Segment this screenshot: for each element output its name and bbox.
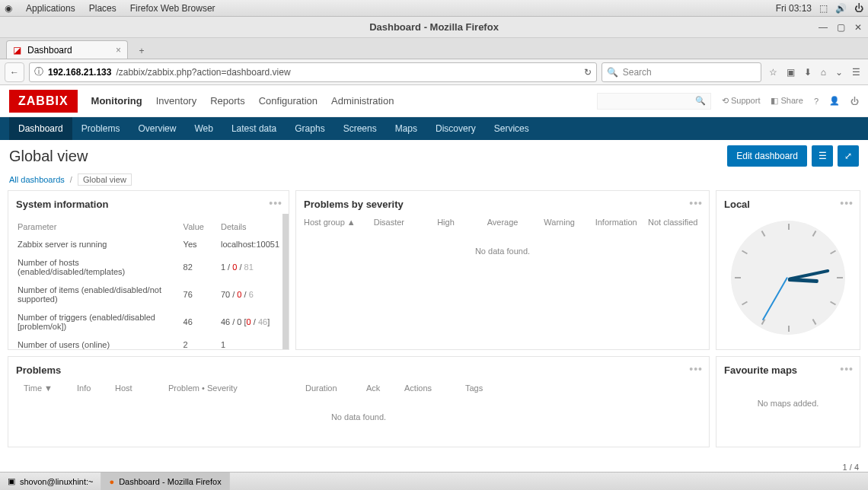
column-header[interactable]: Tags [458, 383, 503, 393]
bookmark-icon[interactable]: ☆ [769, 67, 777, 78]
edit-dashboard-button[interactable]: Edit dashboard [727, 145, 807, 167]
volume-icon[interactable]: 🔊 [835, 3, 847, 14]
gnome-applications[interactable]: Applications [26, 3, 75, 14]
cell-value: 76 [176, 282, 212, 307]
cell-parameter: Number of items (enabled/disabled/not su… [10, 282, 174, 307]
firefox-titlebar: Dashboard - Mozilla Firefox — ▢ ✕ [0, 17, 868, 38]
widget-problems: ••• Problems Time ▼InfoHostProblem • Sev… [8, 356, 710, 447]
list-icon[interactable]: ☰ [812, 145, 833, 167]
close-button[interactable]: ✕ [854, 22, 862, 33]
no-maps-message: No maps added. [716, 383, 860, 423]
crumb-current: Global view [78, 173, 132, 186]
widget-title: System information [8, 191, 289, 218]
widget-title: Favourite maps [716, 357, 860, 383]
crumb-all-dashboards[interactable]: All dashboards [9, 175, 65, 184]
table-row: Zabbix server is running Yes localhost:1… [10, 236, 287, 253]
taskbar-terminal[interactable]: ▣ shovon@linuxhint:~ [0, 473, 101, 490]
network-icon[interactable]: ⬚ [819, 3, 828, 14]
mainnav-reports[interactable]: Reports [210, 95, 245, 107]
column-header[interactable]: Host [107, 383, 161, 393]
browser-search[interactable]: 🔍 Search [602, 62, 761, 82]
cell-details: 1 [213, 336, 287, 353]
clock-tick [830, 250, 836, 255]
page-counter: 1 / 4 [843, 463, 859, 472]
info-icon[interactable]: ⓘ [34, 65, 43, 78]
window-title: Dashboard - Mozilla Firefox [369, 21, 499, 33]
widget-menu-icon[interactable]: ••• [689, 197, 703, 209]
gnome-taskbar: ▣ shovon@linuxhint:~ ● Dashboard - Mozil… [0, 472, 868, 490]
table-row: Number of items (enabled/disabled/not su… [10, 282, 287, 307]
reload-icon[interactable]: ↻ [584, 67, 592, 78]
pocket-icon[interactable]: ⌄ [835, 67, 843, 78]
subnav-graphs[interactable]: Graphs [286, 117, 333, 140]
column-header[interactable]: Host group ▲ [304, 218, 361, 227]
gnome-app-name[interactable]: Firefox Web Browser [130, 3, 215, 14]
widget-menu-icon[interactable]: ••• [269, 197, 282, 209]
url-bar[interactable]: ⓘ 192.168.21.133/zabbix/zabbix.php?actio… [29, 62, 597, 82]
minimize-button[interactable]: — [819, 22, 828, 33]
subnav-dashboard[interactable]: Dashboard [9, 117, 72, 140]
subnav-web[interactable]: Web [185, 117, 222, 140]
column-header[interactable]: Average [474, 218, 531, 227]
zabbix-logo[interactable]: ZABBIX [9, 90, 78, 113]
subnav-screens[interactable]: Screens [334, 117, 386, 140]
subnav-latest-data[interactable]: Latest data [222, 117, 286, 140]
subnav-problems[interactable]: Problems [72, 117, 129, 140]
column-header[interactable]: Disaster [361, 218, 418, 227]
column-header[interactable]: Duration [298, 383, 359, 393]
tab-close-icon[interactable]: × [116, 45, 121, 56]
help-icon[interactable]: ? [814, 97, 819, 106]
widget-menu-icon[interactable]: ••• [689, 363, 703, 375]
user-icon[interactable]: 👤 [829, 96, 840, 106]
column-header[interactable]: Not classified [644, 218, 701, 227]
taskbar-firefox[interactable]: ● Dashboard - Mozilla Firefox [101, 473, 229, 490]
download-icon[interactable]: ⬇ [804, 67, 812, 78]
cell-details: 70 / 0 / 6 [213, 282, 287, 307]
column-header[interactable]: Ack [359, 383, 397, 393]
mainnav-inventory[interactable]: Inventory [156, 95, 196, 107]
column-header[interactable]: Warning [531, 218, 588, 227]
analog-clock [731, 221, 845, 335]
library-icon[interactable]: ▣ [787, 67, 795, 78]
mainnav-configuration[interactable]: Configuration [259, 95, 318, 107]
subnav-discovery[interactable]: Discovery [426, 117, 485, 140]
gnome-places[interactable]: Places [89, 3, 116, 14]
share-link[interactable]: ◧ Share [771, 96, 803, 106]
cell-parameter: Number of users (online) [10, 336, 174, 353]
clock-tick [788, 326, 790, 332]
widget-menu-icon[interactable]: ••• [840, 363, 854, 375]
power-icon[interactable]: ⏻ [854, 3, 863, 14]
clock-tick [837, 277, 843, 278]
widget-menu-icon[interactable]: ••• [840, 197, 854, 209]
column-header[interactable]: Time ▼ [16, 383, 69, 393]
column-header[interactable]: Actions [397, 383, 458, 393]
fullscreen-icon[interactable]: ⤢ [838, 145, 859, 167]
mainnav-monitoring[interactable]: Monitoring [91, 95, 142, 107]
subnav-maps[interactable]: Maps [386, 117, 426, 140]
back-button[interactable]: ← [5, 62, 24, 82]
cell-parameter: Zabbix server is running [10, 236, 174, 253]
subnav-overview[interactable]: Overview [129, 117, 185, 140]
zabbix-search[interactable]: 🔍 [597, 93, 711, 110]
clock-tick [830, 301, 836, 306]
column-header[interactable]: Info [69, 383, 107, 393]
column-header[interactable]: Problem • Severity [161, 383, 298, 393]
new-tab-button[interactable]: + [132, 43, 151, 59]
cell-details: localhost:10051 [213, 236, 287, 253]
nav-bar: ← ⓘ 192.168.21.133/zabbix/zabbix.php?act… [0, 59, 868, 85]
column-header[interactable]: High [417, 218, 474, 227]
col-parameter: Parameter [10, 219, 174, 234]
cell-parameter: Number of triggers (enabled/disabled [pr… [10, 309, 174, 335]
subnav-services[interactable]: Services [485, 117, 538, 140]
mainnav-administration[interactable]: Administration [331, 95, 394, 107]
home-icon[interactable]: ⌂ [821, 67, 826, 78]
logout-icon[interactable]: ⏻ [850, 97, 859, 106]
widget-problems-by-severity: ••• Problems by severity Host group ▲Dis… [295, 190, 710, 350]
cell-value: 2 [176, 336, 212, 353]
scrollbar[interactable] [282, 214, 289, 349]
maximize-button[interactable]: ▢ [837, 22, 845, 33]
menu-icon[interactable]: ☰ [852, 67, 860, 78]
support-link[interactable]: ⟲ Support [722, 96, 761, 106]
browser-tab[interactable]: ◪ Dashboard × [6, 40, 128, 59]
column-header[interactable]: Information [588, 218, 645, 227]
